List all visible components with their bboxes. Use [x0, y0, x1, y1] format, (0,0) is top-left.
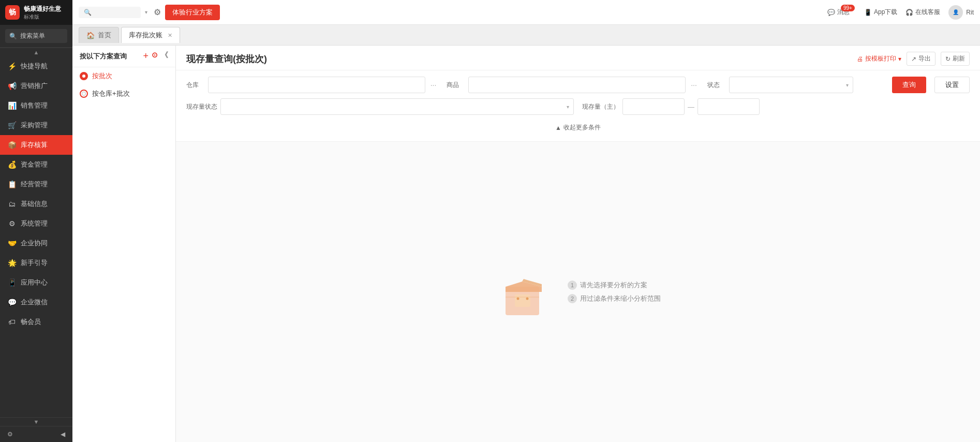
export-button[interactable]: ↗ 导出	[907, 52, 936, 66]
trial-button[interactable]: 体验行业方案	[165, 5, 220, 20]
sidebar-scroll-down[interactable]: ▼	[0, 417, 72, 426]
topbar-gear-icon[interactable]: ⚙	[154, 7, 161, 17]
status-filter-label: 状态	[707, 81, 726, 90]
collapse-button[interactable]: ▲ 收起更多条件	[186, 120, 970, 135]
tab-inventory-batch[interactable]: 库存批次账 ✕	[121, 27, 180, 43]
company-name: 畅康通好生意	[24, 5, 61, 13]
empty-state-content: 1 请先选择要分析的方案 2 用过滤条件来缩小分析范围	[495, 263, 661, 320]
stock-qty-dash: —	[688, 103, 694, 111]
right-panel: 现存量查询(按批次) 🖨 按模板打印 ▾ ↗ 导出 ↻ 刷新	[176, 46, 980, 442]
sidebar-item-sales[interactable]: 📊 销售管理	[0, 96, 72, 115]
online-service-label: 在线客服	[915, 8, 940, 17]
empty-tip-1: 1 请先选择要分析的方案	[568, 281, 661, 290]
sidebar-item-label: 销售管理	[21, 101, 48, 110]
topbar-search-area[interactable]: 🔍	[79, 7, 141, 18]
sidebar-settings-button[interactable]: ⚙	[7, 431, 13, 438]
print-chevron-icon[interactable]: ▾	[898, 55, 901, 63]
svg-rect-1	[515, 294, 530, 307]
sidebar-collapse-button[interactable]: ◀	[61, 431, 65, 438]
scheme-item-warehouse-batch[interactable]: 按仓库+批次	[72, 85, 175, 102]
tab-home-label: 首页	[98, 31, 111, 40]
product-filter-label: 商品	[447, 81, 465, 90]
sidebar-item-basics[interactable]: 🗂 基础信息	[0, 194, 72, 214]
product-dots-button[interactable]: ···	[689, 81, 699, 89]
scheme-item-by-batch[interactable]: 按批次	[72, 67, 175, 85]
product-input[interactable]	[468, 77, 686, 93]
online-service-button[interactable]: 🎧 在线客服	[905, 8, 940, 17]
sidebar-item-label: 系统管理	[21, 219, 48, 228]
stock-status-label: 现存量状态	[186, 102, 217, 111]
scheme-dot-inner	[82, 75, 85, 78]
stock-status-select[interactable]: ▾	[220, 98, 574, 115]
sidebar-item-label: 营销推广	[21, 81, 48, 91]
search-icon: 🔍	[9, 33, 17, 40]
sidebar-item-label: 企业微信	[21, 298, 48, 307]
tip-1-text: 请先选择要分析的方案	[580, 281, 647, 290]
sidebar-item-label: 畅会员	[21, 317, 41, 327]
page-title: 现存量查询(按批次)	[186, 53, 267, 65]
sidebar-item-enterprise[interactable]: 🤝 企业协同	[0, 233, 72, 253]
tab-home[interactable]: 🏠 首页	[79, 27, 119, 43]
warehouse-input[interactable]	[208, 77, 425, 93]
avatar: 👤	[948, 5, 963, 20]
stock-status-chevron-icon: ▾	[567, 104, 569, 110]
add-scheme-button[interactable]: +	[143, 51, 149, 62]
sidebar-item-newbie[interactable]: 🌟 新手引导	[0, 253, 72, 273]
print-button[interactable]: 🖨 按模板打印 ▾	[857, 54, 901, 63]
query-button[interactable]: 查询	[892, 77, 926, 93]
svg-point-3	[526, 298, 529, 300]
status-select[interactable]: ▾	[729, 77, 853, 93]
user-profile-button[interactable]: 👤 Rit	[948, 5, 974, 20]
collapse-icon: ◀	[61, 431, 65, 438]
sidebar-item-operations[interactable]: 📋 经营管理	[0, 174, 72, 194]
settings-icon: ⚙	[7, 431, 13, 438]
stock-qty-to-input[interactable]	[697, 98, 760, 115]
scheme-settings-icon[interactable]: ⊙	[152, 51, 158, 62]
inventory-icon: 📦	[7, 140, 17, 150]
messages-button[interactable]: 💬 消息 99+	[827, 8, 850, 17]
sidebar-item-appstore[interactable]: 📱 应用中心	[0, 273, 72, 292]
sidebar-item-quick-nav[interactable]: ⚡ 快捷导航	[0, 56, 72, 76]
chevron-up-icon: ▲	[555, 124, 561, 131]
search-menu-button[interactable]: 🔍 搜索菜单	[5, 29, 67, 43]
scheme-item-label: 按批次	[92, 71, 112, 81]
main-area: 🔍 ▾ ⚙ 体验行业方案 💬 消息 99+ 📱 App下载 🎧 在线客服 👤	[72, 0, 980, 442]
sidebar-item-label: 应用中心	[21, 278, 48, 287]
empty-tips: 1 请先选择要分析的方案 2 用过滤条件来缩小分析范围	[568, 281, 661, 303]
warehouse-filter-label: 仓库	[186, 81, 205, 90]
warehouse-dots-button[interactable]: ···	[428, 81, 439, 89]
collapse-panel-icon[interactable]: 《	[161, 51, 168, 62]
sidebar-item-finance[interactable]: 💰 资金管理	[0, 155, 72, 174]
filter-area: 仓库 ··· 商品 ··· 状态 ▾	[176, 70, 980, 142]
sidebar-item-member[interactable]: 🏷 畅会员	[0, 312, 72, 332]
status-filter-group: 状态 ▾	[707, 77, 884, 93]
stock-qty-from-input[interactable]	[622, 98, 685, 115]
print-label: 按模板打印	[865, 54, 896, 63]
tab-close-icon[interactable]: ✕	[168, 32, 172, 39]
svg-point-2	[517, 298, 519, 300]
topbar-chevron-icon[interactable]: ▾	[145, 9, 147, 15]
sidebar-item-system[interactable]: ⚙ 系统管理	[0, 214, 72, 233]
newbie-icon: 🌟	[7, 258, 17, 268]
sidebar-item-wechat[interactable]: 💬 企业微信	[0, 292, 72, 312]
refresh-button[interactable]: ↻ 刷新	[941, 52, 970, 66]
sidebar-item-purchase[interactable]: 🛒 采购管理	[0, 115, 72, 135]
sidebar-item-marketing[interactable]: 📢 营销推广	[0, 76, 72, 96]
app-download-button[interactable]: 📱 App下载	[864, 8, 897, 17]
enterprise-icon: 🤝	[7, 239, 17, 248]
settings-button[interactable]: 设置	[934, 77, 970, 93]
left-panel-header-actions: + ⊙ 《	[143, 51, 168, 62]
headset-icon: 🎧	[905, 9, 913, 16]
purchase-icon: 🛒	[7, 121, 17, 130]
appstore-icon: 📱	[7, 278, 17, 287]
app-download-label: App下载	[874, 8, 897, 17]
collapse-label: 收起更多条件	[563, 123, 601, 132]
marketing-icon: 📢	[7, 81, 17, 91]
sidebar-search-area: 🔍 搜索菜单	[0, 25, 72, 48]
left-panel-header: 按以下方案查询 + ⊙ 《	[72, 46, 175, 67]
sidebar-scroll-up[interactable]: ▲	[0, 48, 72, 56]
export-icon: ↗	[911, 55, 916, 63]
sidebar: 畅 畅康通好生意 标准版 🔍 搜索菜单 ▲ ⚡ 快捷导航 📢 营销推广 📊 销售…	[0, 0, 72, 442]
sidebar-item-label: 经营管理	[21, 180, 48, 189]
sidebar-item-inventory[interactable]: 📦 库存核算	[0, 135, 72, 155]
